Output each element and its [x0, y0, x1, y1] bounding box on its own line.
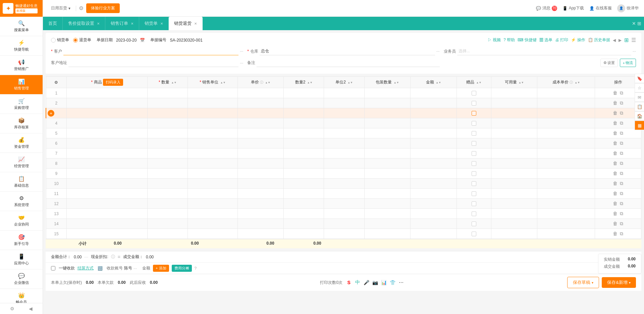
- tab-returns-close[interactable]: ✕: [194, 22, 197, 25]
- cell-qty2-5[interactable]: [284, 128, 324, 138]
- cell-pack-qty-14[interactable]: [364, 219, 411, 229]
- cell-available-11[interactable]: [491, 189, 537, 199]
- cell-amount-2[interactable]: [411, 98, 457, 108]
- gift-checkbox-1[interactable]: [472, 91, 476, 96]
- action-print[interactable]: 🖨 打印: [555, 37, 568, 43]
- cell-amount-7[interactable]: [411, 148, 457, 159]
- split-btn[interactable]: 费用分摊: [172, 265, 192, 272]
- copy-icon-6[interactable]: ⧉: [620, 140, 623, 146]
- cell-price-1[interactable]: [237, 88, 284, 98]
- product-input-3[interactable]: [68, 111, 146, 116]
- copy-icon-7[interactable]: ⧉: [620, 150, 623, 156]
- cell-amount-10[interactable]: [411, 179, 457, 189]
- gift-checkbox-14[interactable]: [472, 222, 476, 226]
- service-btn[interactable]: 👤 在线客服: [589, 5, 612, 11]
- cell-cost-price-14[interactable]: [537, 219, 595, 229]
- cell-unit2-8[interactable]: [324, 159, 364, 169]
- cell-amount-13[interactable]: [411, 209, 457, 219]
- gift-checkbox-10[interactable]: [472, 181, 476, 186]
- right-btn-2[interactable]: ☆: [635, 83, 644, 92]
- tab-sales-order[interactable]: 销售订单 ✕: [105, 17, 139, 30]
- delete-icon-8[interactable]: 🗑: [613, 161, 618, 166]
- cell-available-13[interactable]: [491, 209, 537, 219]
- tab-sales-close[interactable]: ✕: [160, 22, 163, 25]
- address-dots-btn[interactable]: ···: [240, 61, 243, 65]
- add-payment-btn[interactable]: + 添加: [153, 265, 169, 272]
- copy-icon-11[interactable]: ⧉: [620, 191, 623, 196]
- gift-checkbox-13[interactable]: [472, 211, 476, 216]
- copy-icon-13[interactable]: ⧉: [620, 211, 623, 216]
- copy-icon-2[interactable]: ⧉: [620, 100, 623, 106]
- tab-price-extract[interactable]: 售价提取设置 ✕: [63, 17, 105, 30]
- gift-checkbox-8[interactable]: [472, 161, 476, 166]
- staff-dots-btn[interactable]: ···: [633, 49, 636, 54]
- logistics-btn[interactable]: + 物流: [620, 59, 636, 67]
- delete-icon-14[interactable]: 🗑: [613, 221, 618, 226]
- cell-unit-8[interactable]: [188, 159, 237, 169]
- sidebar-item-5[interactable]: 📦库存核算: [0, 114, 43, 133]
- table-gear-icon[interactable]: ⚙: [54, 80, 58, 85]
- cell-cost-price-11[interactable]: [537, 189, 595, 199]
- delete-icon-1[interactable]: 🗑: [613, 90, 618, 96]
- sidebar-item-3[interactable]: 📊销售管理: [0, 75, 43, 95]
- cell-cost-price-8[interactable]: [537, 159, 595, 169]
- action-help[interactable]: ? 帮助: [503, 37, 515, 43]
- copy-icon-10[interactable]: ⧉: [620, 181, 623, 186]
- cell-amount-3[interactable]: [411, 108, 457, 118]
- message-btn[interactable]: 💬 消息 70: [536, 5, 557, 11]
- icon-camera[interactable]: 📷: [371, 279, 379, 286]
- cell-unit-4[interactable]: [188, 118, 237, 128]
- one-click-checkbox[interactable]: [51, 266, 55, 270]
- cell-amount-11[interactable]: [411, 189, 457, 199]
- icon-zh[interactable]: 中: [354, 279, 361, 286]
- warehouse-dots-btn[interactable]: ···: [436, 49, 440, 54]
- copy-icon-5[interactable]: ⧉: [620, 130, 623, 136]
- cell-qty2-4[interactable]: [284, 118, 324, 128]
- tab-sales[interactable]: 销货单 ✕: [139, 17, 169, 30]
- cell-unit-2[interactable]: [188, 98, 237, 108]
- gift-checkbox-9[interactable]: [472, 171, 476, 176]
- sidebar-item-13[interactable]: 💬企业微信: [0, 269, 43, 289]
- cell-available-6[interactable]: [491, 138, 537, 148]
- cell-unit-14[interactable]: [188, 219, 237, 229]
- cell-unit2-10[interactable]: [324, 179, 364, 189]
- cell-qty-5[interactable]: [148, 128, 188, 138]
- cell-qty-2[interactable]: [148, 98, 188, 108]
- sidebar-item-8[interactable]: 📋基础信息: [0, 172, 43, 192]
- sidebar-item-9[interactable]: ⚙系统管理: [0, 192, 43, 211]
- cell-price-12[interactable]: [237, 199, 284, 209]
- sidebar-collapse-icon[interactable]: ◀: [29, 306, 33, 311]
- right-btn-1[interactable]: 🔖: [635, 74, 644, 83]
- cell-pack-qty-8[interactable]: [364, 159, 411, 169]
- warehouse-input[interactable]: 总仓: [260, 47, 435, 55]
- right-btn-5[interactable]: 🏠: [635, 111, 644, 121]
- tab-returns[interactable]: 销货退货 ✕: [169, 17, 203, 30]
- scan-btn[interactable]: 扫码录入: [103, 79, 123, 86]
- cell-product-13[interactable]: [67, 209, 148, 219]
- cell-unit2-1[interactable]: [324, 88, 364, 98]
- cell-cost-price-3[interactable]: [537, 108, 595, 118]
- cell-product-11[interactable]: [67, 189, 148, 199]
- cell-qty2-14[interactable]: [284, 219, 324, 229]
- cell-product-2[interactable]: [67, 98, 148, 108]
- cell-price-13[interactable]: [237, 209, 284, 219]
- delete-icon-7[interactable]: 🗑: [613, 150, 618, 156]
- cell-available-3[interactable]: [491, 108, 537, 118]
- tab-price-extract-close[interactable]: ✕: [97, 22, 100, 25]
- cell-unit-11[interactable]: [188, 189, 237, 199]
- icon-s[interactable]: S: [345, 279, 353, 286]
- cell-unit2-12[interactable]: [324, 199, 364, 209]
- cell-unit2-15[interactable]: [324, 229, 364, 239]
- action-select[interactable]: ☰ 选单: [539, 37, 552, 43]
- copy-icon-1[interactable]: ⧉: [620, 90, 623, 96]
- radio-sales[interactable]: 销货单: [51, 37, 69, 43]
- cell-price-3[interactable]: [237, 108, 284, 118]
- cell-unit-1[interactable]: [188, 88, 237, 98]
- cell-amount-5[interactable]: [411, 128, 457, 138]
- cell-qty2-6[interactable]: [284, 138, 324, 148]
- copy-icon-14[interactable]: ⧉: [620, 221, 623, 226]
- calc-btn[interactable]: 🔢: [98, 266, 103, 271]
- cell-unit2-14[interactable]: [324, 219, 364, 229]
- cell-cost-price-12[interactable]: [537, 199, 595, 209]
- cell-unit2-7[interactable]: [324, 148, 364, 159]
